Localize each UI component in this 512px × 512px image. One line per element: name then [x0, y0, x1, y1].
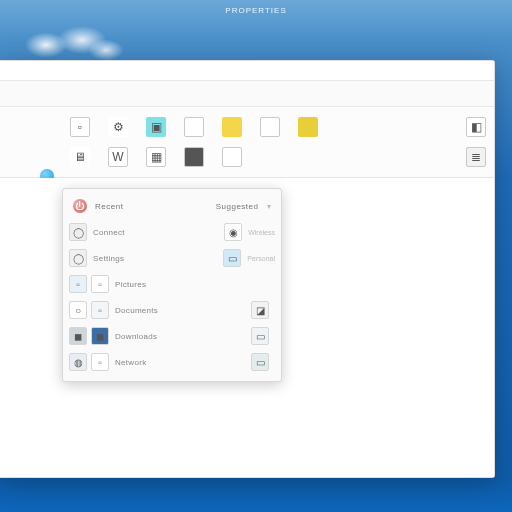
- shield-icon: ◪: [251, 301, 269, 319]
- right-anchor[interactable]: ◧: [466, 117, 486, 137]
- menu-item-label: Connect: [93, 228, 218, 237]
- dark-tile-icon[interactable]: ◼: [184, 147, 204, 167]
- menu-header: ⏻ Recent Suggested ▾: [63, 195, 281, 219]
- menu-item[interactable]: ▫▫Pictures: [63, 271, 281, 297]
- thumb-icon: ▭: [251, 327, 269, 345]
- menu-item-label: Downloads: [115, 332, 245, 341]
- record-icon: ◉: [224, 223, 242, 241]
- toolbar-row-2: 🖥W▦◼≣: [70, 147, 486, 167]
- context-menu: ⏻ Recent Suggested ▾ ◯Connect◉Wireless◯S…: [62, 188, 282, 382]
- menu-item-label: Settings: [93, 254, 217, 263]
- picture-icon: ▫: [69, 275, 87, 293]
- menu-item-label: Documents: [115, 306, 245, 315]
- menu-item[interactable]: ○▫Documents◪: [63, 297, 281, 323]
- swatch-yellow[interactable]: [222, 117, 242, 137]
- orb-icon: ◯: [69, 249, 87, 267]
- taskbar[interactable]: [0, 478, 512, 512]
- panel-icon: ▭: [223, 249, 241, 267]
- soft-icon: ▫: [91, 301, 109, 319]
- menu-item[interactable]: ◯Connect◉Wireless: [63, 219, 281, 245]
- power-icon: ⏻: [73, 199, 87, 213]
- window-header[interactable]: [0, 61, 494, 81]
- grid-icon[interactable]: ▦: [146, 147, 166, 167]
- dial-icon: ◯: [69, 223, 87, 241]
- dropdown-icon[interactable]: ▾: [267, 202, 272, 211]
- doc-small-icon: ▫: [91, 275, 109, 293]
- toolbar-row-1: ▫⚙▣◧: [70, 117, 486, 137]
- menu-item-annotation: Personal: [247, 255, 275, 262]
- menu-item[interactable]: ◼◼Downloads▭: [63, 323, 281, 349]
- window-title: PROPERTIES: [225, 6, 286, 15]
- gray-tile-icon: ◼: [69, 327, 87, 345]
- text-style-icon[interactable]: W: [108, 147, 128, 167]
- menu-item-label: Pictures: [115, 280, 263, 289]
- card-icon: ▭: [251, 353, 269, 371]
- monitor-icon[interactable]: 🖥: [70, 147, 90, 167]
- light-tile-icon[interactable]: [222, 147, 242, 167]
- menu-header-right: Suggested: [216, 202, 259, 211]
- app-window: ▫⚙▣◧ 🖥W▦◼≣ ⏻ Recent Suggested ▾ ◯Connect…: [0, 60, 495, 478]
- circle-icon: ○: [69, 301, 87, 319]
- menu-item-annotation: Wireless: [248, 229, 275, 236]
- empty-slot[interactable]: [184, 117, 204, 137]
- plain-icon: ▫: [91, 353, 109, 371]
- swatch-mustard[interactable]: [298, 117, 318, 137]
- empty-slot-2[interactable]: [260, 117, 280, 137]
- address-bar[interactable]: [0, 81, 494, 107]
- menu-item[interactable]: ◯Settings▭Personal: [63, 245, 281, 271]
- menu-item[interactable]: ◍▫Network▭: [63, 349, 281, 375]
- globe-icon: ◍: [69, 353, 87, 371]
- blue-tile-icon: ◼: [91, 327, 109, 345]
- menu-header-label: Recent: [95, 202, 123, 211]
- gear-icon[interactable]: ⚙: [108, 117, 128, 137]
- menu-item-label: Network: [115, 358, 245, 367]
- cyan-app-icon[interactable]: ▣: [146, 117, 166, 137]
- doc-icon[interactable]: ▫: [70, 117, 90, 137]
- ribbon-toolbar: ▫⚙▣◧ 🖥W▦◼≣: [0, 107, 494, 178]
- content-pane[interactable]: ⏻ Recent Suggested ▾ ◯Connect◉Wireless◯S…: [0, 178, 494, 477]
- list-icon[interactable]: ≣: [466, 147, 486, 167]
